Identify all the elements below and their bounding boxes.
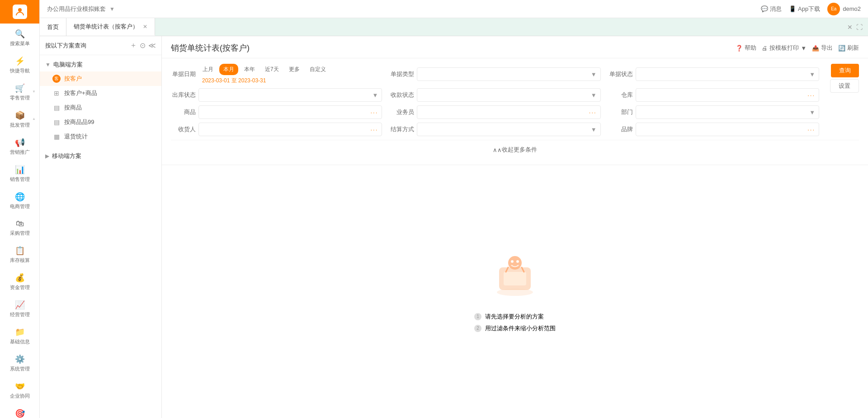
department-arrow-icon: ▼	[809, 109, 815, 116]
sidebar-item-retail[interactable]: 🛒 零售管理	[0, 78, 39, 105]
settlement-input[interactable]: ▼	[417, 123, 600, 136]
sidebar-item-purchase[interactable]: 🛍 采购管理	[0, 214, 39, 240]
out-status-label: 出库状态	[171, 91, 196, 99]
sidebar-item-basic[interactable]: 📁 基础信息	[0, 322, 39, 349]
filter-settlement: 结算方式 ▼	[389, 123, 600, 136]
brand-dots-icon: ···	[807, 126, 815, 133]
svg-point-4	[508, 256, 522, 270]
sidebar-item-finance-label: 资金管理	[10, 284, 30, 291]
date-tab-more[interactable]: 更多	[285, 64, 304, 75]
sidebar-item-finance[interactable]: 💰 资金管理	[0, 267, 39, 294]
svg-point-0	[18, 8, 22, 12]
scheme-item-return-stat[interactable]: ▦ 退货统计	[40, 129, 161, 144]
warehouse-label: 仓库	[608, 91, 633, 99]
sidebar-item-inventory-label: 库存核算	[10, 257, 30, 264]
brand-label: 品牌	[608, 125, 633, 133]
sidebar-item-operations[interactable]: 📈 经营管理	[0, 294, 39, 322]
app-download-button[interactable]: 📱 App下载	[789, 5, 820, 13]
set-button[interactable]: 设置	[830, 79, 859, 93]
scheme-group-mobile-label: 移动端方案	[52, 152, 81, 160]
date-tabs: 上月 本月 本年 近7天 更多 自定义	[198, 64, 330, 75]
department-input[interactable]: ▼	[636, 105, 819, 119]
tab-home[interactable]: 首页	[40, 18, 66, 36]
help-label: 帮助	[745, 44, 756, 52]
empty-hint-2-text: 用过滤条件来缩小分析范围	[485, 324, 556, 332]
sidebar-item-sales-label: 销售管理	[10, 176, 30, 183]
message-icon: 💬	[761, 5, 768, 12]
sidebar-item-system[interactable]: ⚙️ 系统管理	[0, 349, 39, 376]
sidebar-item-quick-label: 快捷导航	[10, 67, 30, 74]
export-button[interactable]: 📤 导出	[812, 44, 833, 52]
scheme-item-by-goods[interactable]: ▤ 按商品	[40, 100, 161, 115]
app-download-icon: 📱	[789, 5, 796, 12]
sidebar-item-wholesale[interactable]: 📦 批发管理	[0, 105, 39, 132]
collapse-up-icon: ∧∧	[493, 147, 502, 153]
warehouse-input[interactable]: ···	[636, 88, 819, 102]
tab-close-window-button[interactable]: ✕	[847, 24, 853, 31]
scheme-settings-icon[interactable]: ⊙	[140, 41, 146, 50]
quick-icon: ⚡	[15, 56, 25, 66]
scheme-item-customer-goods[interactable]: ⊞ 按客户+商品	[40, 86, 161, 100]
tab-maximize-button[interactable]: ⛶	[856, 24, 863, 31]
query-button[interactable]: 查询	[831, 64, 859, 77]
sidebar-item-quick[interactable]: ⚡ 快捷导航	[0, 51, 39, 78]
date-tab-this-year[interactable]: 本年	[240, 64, 259, 75]
receiver-input[interactable]: ···	[198, 123, 382, 136]
sidebar-item-marketing[interactable]: 📢 营销推广	[0, 132, 39, 159]
filter-area: 单据日期 上月 本月 本年 近7天 更多 自定义	[162, 58, 868, 165]
department-label: 部门	[608, 108, 633, 116]
sidebar-item-newbie[interactable]: 🎯 新手引导	[0, 403, 39, 418]
date-tab-this-month[interactable]: 本月	[219, 64, 238, 75]
date-tab-last-7[interactable]: 近7天	[261, 64, 283, 75]
sidebar-item-retail-label: 零售管理	[10, 95, 30, 101]
scheme-group-mobile-header[interactable]: ▶ 移动端方案	[40, 149, 161, 163]
salesperson-label: 业务员	[389, 108, 414, 116]
goods-input[interactable]: ···	[198, 105, 382, 119]
empty-hint-2: 用过滤条件来缩小分析范围	[474, 323, 556, 334]
search-icon: 🔍	[15, 29, 25, 39]
collapse-area: ∧∧ 收起更多条件	[171, 140, 859, 159]
payment-status-input[interactable]: ▼	[417, 88, 600, 102]
refresh-button[interactable]: 🔄 刷新	[838, 44, 859, 52]
doc-status-input[interactable]: ▼	[636, 67, 819, 81]
print-button[interactable]: 🖨 按模板打印 ▼	[762, 44, 807, 52]
scheme-item-goods-99[interactable]: ▤ 按商品品99	[40, 115, 161, 129]
scheme-collapse-icon[interactable]: ≪	[148, 41, 156, 50]
filter-payment-status: 收款状态 ▼	[389, 88, 600, 102]
sidebar-item-basic-label: 基础信息	[10, 338, 30, 345]
tab-close-icon[interactable]: ✕	[143, 24, 147, 30]
salesperson-input[interactable]: ···	[417, 105, 600, 119]
sidebar-item-sales[interactable]: 📊 销售管理	[0, 159, 39, 186]
user-area[interactable]: Ea demo2	[827, 3, 861, 15]
date-label: 单据日期	[171, 70, 196, 78]
retail-icon: 🛒	[15, 83, 25, 93]
sidebar-item-wholesale-label: 批发管理	[10, 122, 30, 128]
empty-hint-1: 请先选择要分析的方案	[474, 311, 556, 323]
date-tab-custom[interactable]: 自定义	[306, 64, 330, 75]
sidebar-item-enterprise[interactable]: 🤝 企业协同	[0, 376, 39, 403]
scheme-group-desktop-label: 电脑端方案	[53, 61, 83, 69]
empty-hint-1-text: 请先选择要分析的方案	[485, 313, 544, 321]
sidebar-item-ecommerce[interactable]: 🌐 电商管理	[0, 186, 39, 214]
scheme-group-desktop-header[interactable]: ▼ 电脑端方案	[40, 58, 161, 71]
tab-sales-stat[interactable]: 销货单统计表（按客户） ✕	[66, 18, 155, 36]
brand-input[interactable]: ···	[636, 123, 819, 136]
scheme-return-icon: ▦	[52, 133, 61, 141]
sidebar-item-system-label: 系统管理	[10, 366, 30, 372]
sidebar-item-enterprise-label: 企业协同	[10, 393, 30, 399]
doc-type-input[interactable]: ▼	[417, 67, 600, 81]
message-button[interactable]: 💬 消息	[761, 5, 782, 13]
out-status-arrow-icon: ▼	[372, 92, 378, 99]
scheme-add-icon[interactable]: ＋	[130, 41, 137, 50]
collapse-button[interactable]: ∧∧ 收起更多条件	[486, 143, 544, 157]
help-icon: ❓	[736, 45, 743, 52]
out-status-input[interactable]: ▼	[198, 88, 382, 102]
help-button[interactable]: ❓ 帮助	[736, 44, 756, 52]
svg-rect-3	[504, 272, 526, 285]
date-tab-last-month[interactable]: 上月	[198, 64, 217, 75]
scheme-item-by-customer[interactable]: 客 按客户	[40, 71, 161, 86]
sidebar-item-search[interactable]: 🔍 搜索菜单	[0, 24, 39, 51]
date-range: 2023-03-01 至 2023-03-31	[202, 77, 266, 85]
filter-department: 部门 ▼	[608, 105, 819, 119]
sidebar-item-inventory[interactable]: 📋 库存核算	[0, 240, 39, 267]
